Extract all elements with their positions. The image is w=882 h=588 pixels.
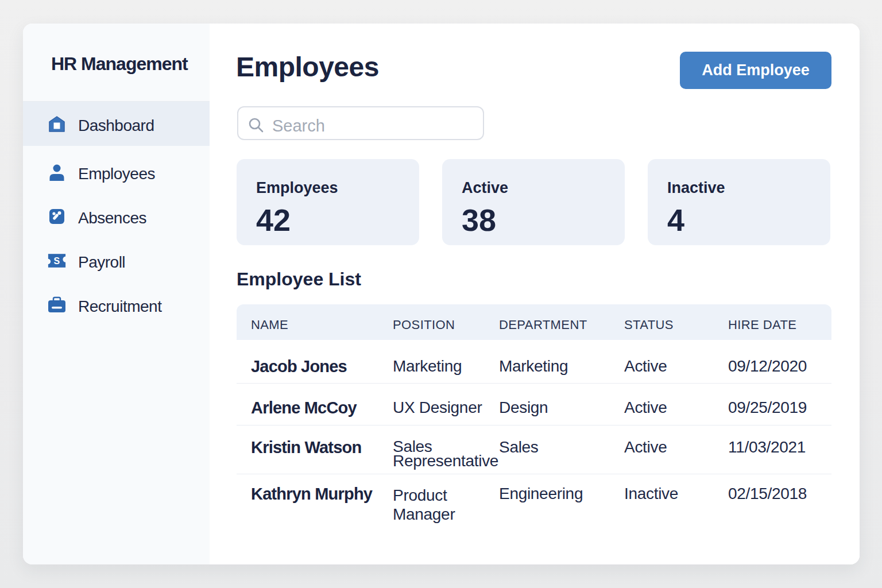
svg-text:S: S <box>53 256 60 266</box>
